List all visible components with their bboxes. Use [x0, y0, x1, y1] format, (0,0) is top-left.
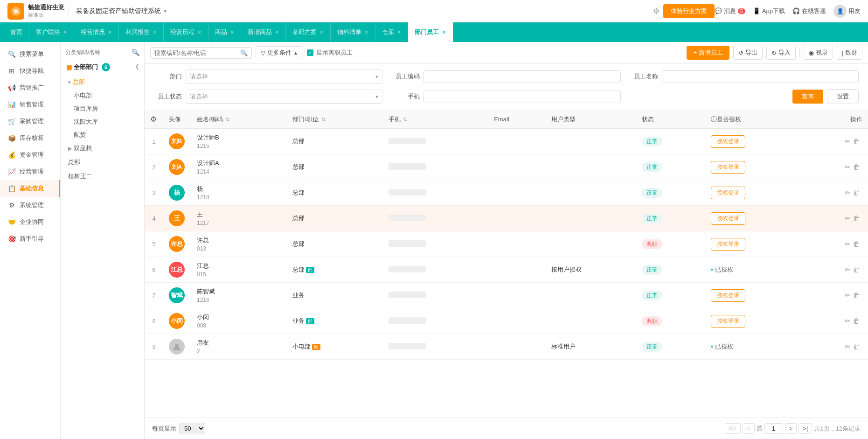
close-icon[interactable]: ✕ [319, 29, 324, 35]
next-page-button[interactable]: > [785, 423, 797, 434]
auth-button[interactable]: 授权登录 [711, 289, 745, 302]
first-page-button[interactable]: K< [725, 423, 741, 434]
tab-new-goods[interactable]: 新增商品 ✕ [241, 22, 286, 42]
edit-button[interactable]: ✏ [845, 163, 850, 171]
gear-button[interactable]: ⚙ [653, 7, 660, 15]
sidebar-item-search[interactable]: 🔍 搜索菜单 [0, 46, 60, 63]
auth-button[interactable]: 授权登录 [711, 212, 745, 225]
close-icon[interactable]: ✕ [197, 29, 201, 35]
sidebar-item-inventory[interactable]: 📦 库存核算 [0, 130, 60, 146]
tab-goods[interactable]: 商品 ✕ [208, 22, 241, 42]
sidebar-item-purchase[interactable]: 🛒 采购管理 [0, 113, 60, 130]
dept-tree-header[interactable]: ▦ 全部部门 6 《 [61, 59, 144, 75]
view-button[interactable]: ◉ 视录 [804, 46, 833, 60]
delete-button[interactable]: 🗑 [853, 163, 860, 171]
emp-name-input[interactable] [662, 70, 859, 83]
tab-home[interactable]: 首页 [4, 22, 29, 42]
auth-button[interactable]: 授权登录 [711, 161, 745, 174]
auth-button[interactable]: 授权登录 [711, 135, 745, 148]
sort-icon[interactable]: ⇅ [225, 117, 229, 122]
sort-icon[interactable]: ⇅ [403, 117, 407, 122]
sidebar-item-operations[interactable]: 📈 经营管理 [0, 163, 60, 180]
more-filter-button[interactable]: ▽ 更多条件 ▲ [256, 46, 303, 59]
delete-button[interactable]: 🗑 [853, 189, 860, 196]
auth-button[interactable]: 授权登录 [711, 187, 745, 199]
sidebar-item-system[interactable]: ⚙ 系统管理 [0, 197, 60, 214]
dept-node-head[interactable]: ▾ 总部 [61, 75, 144, 89]
edit-button[interactable]: ✏ [845, 343, 850, 350]
col-settings[interactable]: ⚙ [145, 110, 163, 129]
phone-input[interactable] [424, 91, 620, 103]
search-input[interactable] [154, 49, 238, 56]
message-button[interactable]: 💬 消息 5 [715, 7, 745, 15]
search-button[interactable]: 查询 [792, 90, 823, 104]
dept-child-project[interactable]: 项目库房 [61, 102, 144, 115]
delete-button[interactable]: 🗑 [853, 292, 860, 299]
col-name[interactable]: 姓名/编码 ⇅ [191, 110, 287, 129]
tab-history[interactable]: 经营历程 ✕ [164, 22, 208, 42]
delete-button[interactable]: 🗑 [853, 240, 860, 248]
sidebar-item-finance[interactable]: 💰 资金管理 [0, 146, 60, 163]
system-dropdown-arrow[interactable]: ▾ [164, 8, 167, 14]
edit-button[interactable]: ✏ [845, 240, 850, 248]
user-menu[interactable]: 👤 用友 [833, 5, 861, 18]
import-button[interactable]: ↻ 导入 [766, 46, 796, 60]
prev-page-button[interactable]: < [743, 423, 755, 434]
export-button[interactable]: ↺ 导出 [733, 46, 763, 60]
close-icon[interactable]: ✕ [63, 29, 67, 35]
sidebar-item-guide[interactable]: 🎯 新手引导 [0, 230, 60, 247]
delete-button[interactable]: 🗑 [853, 266, 860, 273]
dept-child-small-elec[interactable]: 小电部 [61, 89, 144, 102]
dept-child-shenyang[interactable]: 沈阳大库 [61, 115, 144, 128]
last-page-button[interactable]: >| [799, 423, 812, 434]
edit-button[interactable]: ✏ [845, 215, 850, 222]
auth-button[interactable]: 授权登录 [711, 315, 745, 328]
close-icon[interactable]: ✕ [442, 29, 446, 35]
add-employee-button[interactable]: + 新增员工 [687, 46, 729, 60]
edit-button[interactable]: ✏ [845, 292, 850, 299]
sort-icon[interactable]: ⇅ [321, 117, 326, 122]
delete-button[interactable]: 🗑 [853, 138, 860, 145]
col-dept[interactable]: 部门/职位 ⇅ [287, 110, 382, 129]
close-icon[interactable]: ✕ [230, 29, 234, 35]
trial-button[interactable]: 体验行业方案 [663, 4, 715, 18]
edit-button[interactable]: ✏ [845, 317, 850, 325]
tab-barcode[interactable]: 条码方案 ✕ [286, 22, 331, 42]
app-download-button[interactable]: 📱 App下载 [753, 7, 785, 15]
show-resigned-checkbox[interactable]: ✓ 显示离职员工 [307, 49, 353, 57]
sidebar-item-sales[interactable]: 📊 销售管理 [0, 96, 60, 113]
close-icon[interactable]: ✕ [397, 29, 401, 35]
edit-button[interactable]: ✏ [845, 266, 850, 273]
more-button[interactable]: | 数财 [837, 46, 862, 60]
emp-status-select[interactable]: 请选择 ▾ [186, 90, 382, 104]
tab-employees[interactable]: 部门员工 ✕ [408, 22, 453, 42]
sidebar-item-marketing[interactable]: 📢 营销推广 [0, 79, 60, 96]
tab-profit[interactable]: 利润报告 ✕ [119, 22, 164, 42]
tab-operations[interactable]: 经营情况 ✕ [74, 22, 119, 42]
dept-node-shuangzuo[interactable]: ▶ 双座想 [61, 141, 144, 155]
close-icon[interactable]: ✕ [108, 29, 112, 35]
dept-search-input[interactable] [65, 49, 132, 56]
dept-child-distribution[interactable]: 配货 [61, 128, 144, 141]
tab-warehouse[interactable]: 仓库 ✕ [375, 22, 408, 42]
collapse-btn[interactable]: 《 [132, 63, 139, 71]
delete-button[interactable]: 🗑 [853, 317, 860, 325]
online-service-button[interactable]: 🎧 在线客服 [792, 7, 826, 15]
reset-button[interactable]: 设置 [827, 89, 859, 104]
dept-node-zonbu[interactable]: 总部 [61, 155, 144, 169]
close-icon[interactable]: ✕ [153, 29, 157, 35]
dept-select[interactable]: 请选择 ▾ [186, 70, 382, 84]
close-icon[interactable]: ✕ [364, 29, 368, 35]
col-phone[interactable]: 手机 ⇅ [383, 110, 489, 129]
delete-button[interactable]: 🗑 [853, 343, 860, 350]
sidebar-item-basic-info[interactable]: 📋 基础信息 [0, 180, 60, 197]
dept-node-zhishu[interactable]: 植树王二 [61, 169, 144, 183]
delete-button[interactable]: 🗑 [853, 215, 860, 222]
tab-bom[interactable]: 物料清单 ✕ [331, 22, 375, 42]
settings-icon[interactable]: ⚙ [150, 115, 157, 123]
sidebar-item-nav[interactable]: ⊞ 快捷导航 [0, 63, 60, 79]
sidebar-item-collab[interactable]: 🤝 企业协同 [0, 214, 60, 230]
tab-customer[interactable]: 客户联络 ✕ [29, 22, 74, 42]
edit-button[interactable]: ✏ [845, 138, 850, 145]
per-page-select[interactable]: 50 20 100 [179, 423, 205, 434]
